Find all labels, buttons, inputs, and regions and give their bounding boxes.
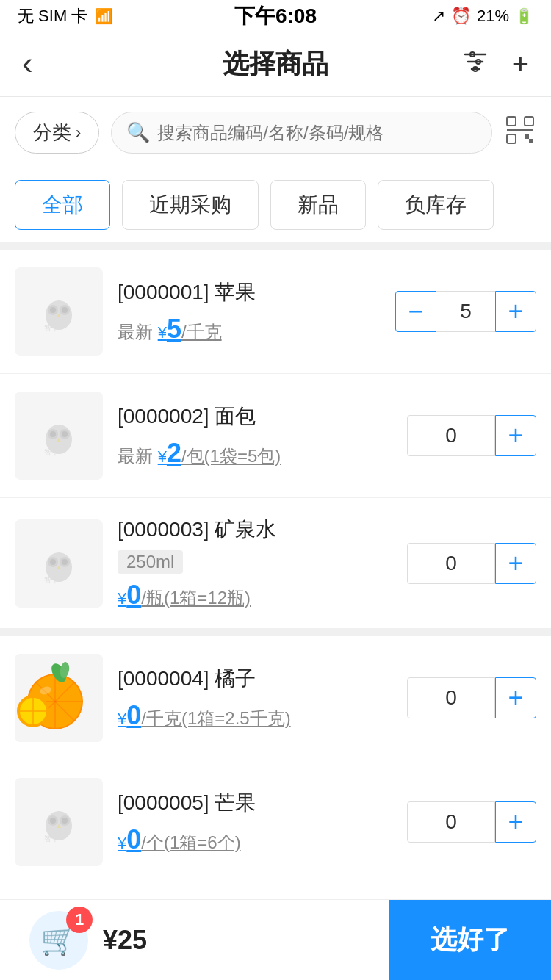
svg-text:智十: 智十: [44, 324, 59, 332]
product-name: [0000001] 苹果: [118, 278, 381, 306]
search-area: 分类 › 🔍: [0, 97, 551, 168]
svg-point-27: [62, 559, 68, 565]
qty-control: +: [407, 801, 536, 843]
price-symbol: ¥: [158, 447, 167, 466]
confirm-button[interactable]: 选好了: [389, 900, 551, 981]
svg-text:智十: 智十: [44, 835, 59, 843]
cart-badge: 1: [66, 907, 93, 933]
scan-icon[interactable]: [504, 114, 536, 151]
status-time: 下午6:08: [234, 2, 317, 30]
alarm-icon: ⏰: [451, 7, 471, 26]
add-icon[interactable]: +: [512, 48, 529, 81]
qty-minus-button[interactable]: −: [395, 291, 436, 332]
filter-tabs: 全部 近期采购 新品 负库存: [0, 168, 551, 242]
qty-input[interactable]: [407, 677, 495, 718]
tab-recent[interactable]: 近期采购: [122, 180, 259, 230]
nav-bar: ‹ 选择商品 +: [0, 32, 551, 97]
svg-rect-5: [525, 117, 533, 126]
price-unit: /瓶(1箱=12瓶): [141, 588, 251, 608]
qty-plus-button[interactable]: +: [495, 543, 536, 584]
qty-control: +: [407, 677, 536, 718]
product-name: [0000004] 橘子: [118, 665, 392, 693]
qty-control: − +: [395, 291, 536, 332]
product-info: [0000002] 面包 最新 ¥2/包(1袋=5包): [118, 403, 392, 469]
product-item: 智十 [0000005] 芒果 ¥0/个(1箱=6个) +: [0, 760, 551, 884]
qty-input[interactable]: [407, 415, 495, 456]
qty-plus-button[interactable]: +: [495, 801, 536, 843]
price-label: 最新: [118, 446, 153, 466]
search-input-wrap: 🔍: [111, 112, 492, 154]
qty-plus-button[interactable]: +: [495, 291, 536, 332]
qty-plus-button[interactable]: +: [495, 677, 536, 718]
svg-point-13: [62, 307, 68, 313]
product-info: [0000003] 矿泉水 250ml ¥0/瓶(1箱=12瓶): [118, 516, 392, 610]
qty-input[interactable]: [436, 291, 495, 332]
price-value: 0: [126, 700, 141, 730]
price-label: 最新: [118, 322, 153, 342]
tab-all[interactable]: 全部: [15, 180, 110, 230]
product-list: 智十 [0000001] 苹果 最新 ¥5/千克 − +: [0, 250, 551, 980]
price-symbol: ¥: [158, 323, 167, 342]
product-thumb: 智十: [15, 267, 103, 356]
svg-point-12: [50, 307, 56, 313]
nav-title: 选择商品: [223, 46, 328, 82]
cart-area: 🛒 1 ¥25: [0, 911, 389, 970]
section-divider: [0, 629, 551, 636]
product-price: 最新 ¥2/包(1袋=5包): [118, 438, 392, 469]
svg-rect-3: [507, 117, 516, 126]
tab-negative[interactable]: 负库存: [378, 180, 494, 230]
product-item: 智十 [0000003] 矿泉水 250ml ¥0/瓶(1箱=12瓶) +: [0, 498, 551, 629]
qty-control: +: [407, 415, 536, 456]
product-item: [0000004] 橘子 ¥0/千克(1箱=2.5千克) +: [0, 636, 551, 760]
wifi-icon: 📶: [95, 7, 113, 25]
product-price: ¥0/个(1箱=6个): [118, 824, 392, 855]
svg-point-20: [62, 431, 68, 437]
status-left: 无 SIM 卡 📶: [18, 5, 113, 27]
qty-control: +: [407, 543, 536, 584]
cart-icon-wrap[interactable]: 🛒 1: [29, 911, 88, 970]
search-icon: 🔍: [126, 121, 150, 144]
bottom-bar: 🛒 1 ¥25 选好了: [0, 899, 551, 980]
category-arrow: ›: [76, 123, 81, 143]
product-item: 智十 [0000001] 苹果 最新 ¥5/千克 − +: [0, 250, 551, 374]
category-label: 分类: [33, 120, 71, 145]
tab-new[interactable]: 新品: [270, 180, 366, 230]
location-icon: ↗: [432, 7, 445, 26]
price-unit: /千克(1箱=2.5千克): [141, 708, 290, 728]
svg-rect-4: [507, 134, 516, 143]
product-info: [0000005] 芒果 ¥0/个(1箱=6个): [118, 789, 392, 855]
svg-rect-7: [525, 134, 529, 139]
svg-text:智十: 智十: [44, 576, 59, 584]
product-thumb: 智十: [15, 778, 103, 866]
svg-rect-8: [529, 139, 533, 143]
search-input[interactable]: [157, 123, 477, 143]
product-thumb: 智十: [15, 519, 103, 608]
price-unit: /包(1袋=5包): [181, 446, 281, 466]
product-price: ¥0/瓶(1箱=12瓶): [118, 580, 392, 610]
filter-icon[interactable]: [462, 48, 489, 80]
qty-plus-button[interactable]: +: [495, 415, 536, 456]
product-price: 最新 ¥5/千克: [118, 314, 381, 345]
svg-text:智十: 智十: [44, 448, 59, 456]
svg-point-48: [62, 818, 68, 824]
product-name: [0000005] 芒果: [118, 789, 392, 817]
price-unit: /个(1箱=6个): [141, 832, 240, 852]
price-value: 2: [167, 438, 181, 468]
nav-actions: +: [462, 48, 529, 81]
product-spec: 250ml: [118, 550, 183, 574]
qty-input[interactable]: [407, 801, 495, 843]
product-info: [0000004] 橘子 ¥0/千克(1箱=2.5千克): [118, 665, 392, 731]
section-divider: [0, 242, 551, 250]
svg-point-47: [50, 818, 56, 824]
category-button[interactable]: 分类 ›: [15, 112, 99, 154]
qty-input[interactable]: [407, 543, 495, 584]
status-bar: 无 SIM 卡 📶 下午6:08 ↗ ⏰ 21% 🔋: [0, 0, 551, 32]
product-info: [0000001] 苹果 最新 ¥5/千克: [118, 278, 381, 345]
back-button[interactable]: ‹: [22, 47, 40, 82]
status-right: ↗ ⏰ 21% 🔋: [432, 7, 533, 26]
price-symbol: ¥: [118, 834, 126, 852]
product-item: 智十 [0000002] 面包 最新 ¥2/包(1袋=5包) +: [0, 374, 551, 498]
no-sim-label: 无 SIM 卡: [18, 5, 87, 27]
price-unit: /千克: [181, 322, 222, 342]
product-thumb: [15, 654, 103, 742]
